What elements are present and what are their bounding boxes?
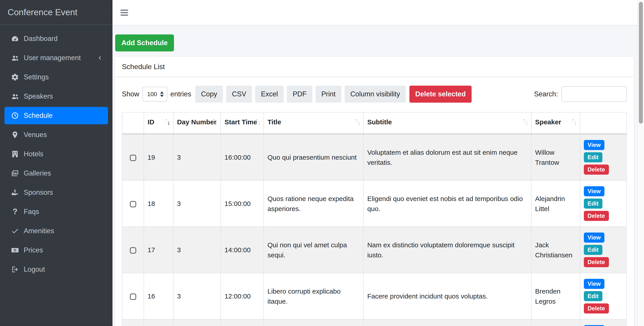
- sidebar-item-logout[interactable]: Logout: [4, 261, 108, 278]
- view-button[interactable]: View: [584, 279, 605, 289]
- sidebar-item-label: Speakers: [24, 92, 53, 100]
- col-header-title[interactable]: Title↑↓: [264, 112, 363, 134]
- cell-subtitle: Voluptatem et alias dolorum est aut sit …: [363, 134, 531, 180]
- delete-button[interactable]: Delete: [584, 304, 609, 314]
- cell-title: Quos ratione neque expedita asperiores.: [264, 180, 363, 227]
- col-header-day-number[interactable]: Day Number↑↓: [173, 112, 221, 134]
- col-header-start-time[interactable]: Start Time↑↓: [221, 112, 264, 134]
- sidebar-item-sponsors[interactable]: Sponsors: [4, 184, 108, 201]
- sign-out-icon: [10, 266, 20, 274]
- sidebar-item-label: Prices: [24, 246, 43, 254]
- page-length-control: Show 100 entries: [122, 87, 191, 102]
- sidebar-nav: DashboardUser managementSettingsSpeakers…: [0, 25, 112, 285]
- col-header-actions: [580, 112, 626, 134]
- view-button[interactable]: View: [584, 325, 605, 326]
- sidebar-item-label: Venues: [24, 131, 47, 139]
- sidebar-item-hotels[interactable]: Hotels: [4, 145, 108, 163]
- cell-speaker: Alejandrin Littel: [531, 180, 580, 227]
- col-header-label: Subtitle: [367, 118, 392, 126]
- sidebar-item-schedule[interactable]: Schedule: [4, 107, 108, 124]
- scrollbar[interactable]: [637, 0, 644, 326]
- edit-button[interactable]: Edit: [584, 198, 602, 208]
- cell-id: 16: [144, 273, 173, 319]
- search-label: Search:: [534, 90, 558, 98]
- page-length-select[interactable]: 100: [142, 87, 167, 102]
- brand[interactable]: Conference Event: [0, 0, 112, 25]
- cell-title: Quo qui praesentium nesciunt: [264, 134, 363, 180]
- col-header-speaker[interactable]: Speaker↑↓: [531, 112, 580, 134]
- edit-button[interactable]: Edit: [584, 152, 602, 162]
- view-button[interactable]: View: [584, 186, 605, 196]
- cell-speaker: Willow Trantow: [531, 134, 580, 180]
- row-checkbox[interactable]: [130, 155, 136, 161]
- sidebar-item-galleries[interactable]: Galleries: [4, 164, 108, 182]
- excel-button[interactable]: Excel: [255, 86, 284, 103]
- sidebar-item-label: Dashboard: [24, 35, 58, 43]
- sidebar-item-label: User management: [24, 54, 81, 62]
- delete-button[interactable]: Delete: [584, 211, 609, 221]
- print-button[interactable]: Print: [316, 86, 342, 103]
- users-icon: [10, 54, 20, 62]
- view-button[interactable]: View: [584, 140, 605, 150]
- cell-start-time: 15:00:00: [221, 180, 264, 227]
- pdf-button[interactable]: PDF: [287, 86, 312, 103]
- scrollbar-thumb[interactable]: [639, 2, 643, 124]
- csv-button[interactable]: CSV: [226, 86, 252, 103]
- sidebar-item-user-management[interactable]: User management: [4, 49, 108, 67]
- users-icon: [10, 92, 20, 100]
- sidebar-item-speakers[interactable]: Speakers: [4, 88, 108, 105]
- cell-id: 18: [144, 180, 173, 227]
- view-button[interactable]: View: [584, 232, 605, 242]
- schedule-card: Schedule List Show 100: [115, 57, 634, 326]
- cell-title: Explicabo et rerum quis et ut ea.: [264, 319, 363, 326]
- cell-actions: ViewEditDelete: [580, 180, 626, 227]
- cell-select: [122, 227, 144, 273]
- clock-icon: [10, 112, 20, 120]
- sidebar-item-venues[interactable]: Venues: [4, 126, 108, 144]
- table-row: 17314:00:00Qui non qui vel amet culpa se…: [122, 227, 626, 273]
- search-input[interactable]: [562, 86, 627, 102]
- chevron-left-icon: [96, 54, 103, 61]
- edit-button[interactable]: Edit: [584, 245, 602, 255]
- copy-button[interactable]: Copy: [195, 86, 223, 103]
- cell-select: [122, 273, 144, 319]
- delete-selected-button[interactable]: Delete selected: [410, 86, 472, 103]
- column-visibility-button[interactable]: Column visibility: [344, 86, 406, 103]
- main-area: Add Schedule Schedule List Show 100: [112, 0, 644, 326]
- topbar: [112, 0, 644, 26]
- delete-button[interactable]: Delete: [584, 257, 609, 267]
- col-header-subtitle[interactable]: Subtitle↑↓: [363, 112, 531, 134]
- sort-icon: ↑↓: [255, 119, 261, 125]
- cell-start-time: 14:00:00: [221, 227, 264, 273]
- row-checkbox[interactable]: [130, 294, 136, 300]
- add-schedule-button[interactable]: Add Schedule: [115, 34, 174, 52]
- cell-speaker: Jack Christiansen: [531, 227, 580, 273]
- col-header-select: [122, 112, 144, 134]
- sidebar-item-prices[interactable]: Prices: [4, 242, 108, 259]
- table-row: 16312:00:00Libero corrupti explicabo ita…: [122, 273, 626, 319]
- export-buttons: CopyCSVExcelPDFPrintColumn visibility: [195, 86, 406, 103]
- row-checkbox[interactable]: [130, 247, 136, 254]
- row-checkbox[interactable]: [130, 201, 136, 207]
- col-header-id[interactable]: ID↑↓: [144, 112, 173, 134]
- show-label: Show: [122, 90, 139, 98]
- card-body: Show 100 entries CopyCSVExcelPDFPrintCol…: [115, 77, 634, 326]
- sidebar-item-amenities[interactable]: Amenities: [4, 222, 108, 240]
- card-header: Schedule List: [115, 57, 634, 77]
- hand-holding-usd-icon: [10, 188, 20, 196]
- col-header-label: ID: [148, 118, 154, 126]
- cell-start-time: 12:00:00: [221, 273, 264, 319]
- sidebar-item-label: Galleries: [24, 169, 51, 177]
- cell-start-time: 11:00:00: [221, 319, 264, 326]
- sidebar-item-dashboard[interactable]: Dashboard: [4, 30, 108, 48]
- cell-actions: ViewEditDelete: [580, 273, 626, 319]
- cell-select: [122, 134, 144, 180]
- delete-button[interactable]: Delete: [584, 164, 609, 175]
- sidebar-item-settings[interactable]: Settings: [4, 68, 108, 86]
- hamburger-icon[interactable]: [119, 8, 130, 17]
- question-icon: ?: [10, 207, 20, 216]
- sidebar-item-label: Settings: [24, 73, 49, 81]
- edit-button[interactable]: Edit: [584, 291, 602, 301]
- col-header-label: Speaker: [535, 118, 561, 126]
- sidebar-item-faqs[interactable]: ?Faqs: [4, 203, 108, 220]
